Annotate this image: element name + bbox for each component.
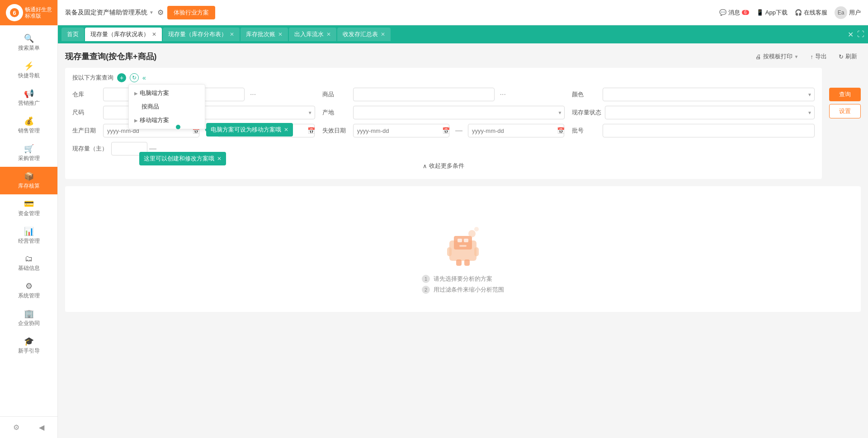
- arrow-left-button[interactable]: «: [142, 74, 146, 81]
- tabbar-actions: ✕ ⛶: [848, 30, 864, 39]
- printer-icon: 🖨: [755, 53, 761, 60]
- tab-inventory-distribution[interactable]: 现存量（库存分布表） ✕: [163, 28, 240, 41]
- topbar: 装备及固定资产辅助管理系统 ▼ ⚙ 体验行业方案 💬 消息 6 📱 App下载 …: [58, 0, 868, 25]
- sidebar-item-enterprise[interactable]: 🏢 企业协同: [0, 304, 57, 332]
- exp-date-end-input[interactable]: [468, 124, 564, 137]
- online-support-button[interactable]: 🎧 在线客服: [795, 9, 827, 17]
- tab-close-summary[interactable]: ✕: [381, 31, 385, 38]
- page-actions: 🖨 按模板打印 ▼ ↑ 导出 ↻ 刷新: [752, 51, 861, 62]
- sidebar-item-quick-nav[interactable]: ⚡ 快捷导航: [0, 57, 57, 84]
- settings-button[interactable]: ⚙: [13, 423, 19, 432]
- tab-batch-ledger[interactable]: 库存批次账 ✕: [241, 28, 288, 41]
- industry-plan-button[interactable]: 体验行业方案: [167, 6, 215, 19]
- tab-close-inventory-distribution[interactable]: ✕: [230, 31, 234, 38]
- exp-date-range-dash: —: [453, 127, 464, 135]
- base-info-icon: 🗂: [25, 254, 33, 264]
- tip-num-1: 1: [422, 275, 430, 283]
- color-label: 颜色: [572, 90, 599, 99]
- tooltip-create-close[interactable]: ✕: [217, 155, 222, 162]
- tooltip-desktop-close[interactable]: ✕: [284, 127, 288, 133]
- empty-state: 1 请先选择要分析的方案 2 用过滤条件来缩小分析范围: [65, 186, 861, 312]
- add-scheme-button[interactable]: +: [117, 73, 126, 82]
- exp-date-start-input[interactable]: [353, 124, 449, 137]
- exp-date-end-calendar-icon[interactable]: 📅: [557, 127, 565, 134]
- svg-rect-8: [474, 247, 479, 256]
- origin-label: 产地: [322, 108, 349, 117]
- empty-tip-1: 1 请先选择要分析的方案: [422, 275, 504, 283]
- svg-rect-10: [464, 259, 470, 266]
- system-selector[interactable]: 装备及固定资产辅助管理系统 ▼: [65, 9, 154, 17]
- stock-status-select[interactable]: [605, 106, 815, 119]
- expand-tabs-button[interactable]: ⛶: [857, 30, 864, 38]
- purchase-icon: 🛒: [24, 144, 34, 154]
- page-title: 现存量查询(按仓库+商品): [65, 51, 157, 62]
- sidebar-item-inventory[interactable]: 📦 库存核算: [0, 167, 57, 194]
- message-icon: 💬: [719, 9, 726, 16]
- sidebar-item-sales[interactable]: 💰 销售管理: [0, 112, 57, 139]
- filter-color-item: 颜色 ▼: [572, 88, 815, 101]
- app-download-button[interactable]: 📱 App下载: [756, 9, 788, 17]
- exp-date-label: 失效日期: [322, 127, 349, 135]
- svg-rect-6: [459, 245, 467, 247]
- avatar: Ea: [835, 6, 847, 19]
- user-avatar-button[interactable]: Ea 用户: [835, 6, 861, 19]
- search-button[interactable]: 查询: [829, 88, 861, 101]
- messages-button[interactable]: 💬 消息 6: [719, 9, 749, 17]
- export-icon: ↑: [811, 53, 814, 60]
- sidebar-item-base-info[interactable]: 🗂 基础信息: [0, 250, 57, 277]
- finance-icon: 💳: [24, 199, 34, 209]
- tab-inventory-status[interactable]: 现存量（库存状况表） ✕: [85, 28, 162, 41]
- svg-rect-3: [454, 236, 472, 250]
- tooltip-create: 这里可以创建和修改方案哦 ✕: [139, 152, 226, 165]
- tab-home[interactable]: 首页: [61, 28, 84, 41]
- print-button[interactable]: 🖨 按模板打印 ▼: [752, 51, 802, 62]
- batch-input[interactable]: [603, 124, 815, 137]
- prod-date-end-calendar-icon[interactable]: 📅: [307, 127, 315, 134]
- qty-label: 现存量（主）: [72, 145, 108, 153]
- sidebar-item-guide[interactable]: 🎓 新手引导: [0, 332, 57, 359]
- collapse-sidebar-button[interactable]: ◀: [39, 423, 44, 432]
- color-select-wrapper: ▼: [603, 88, 815, 101]
- app-logo-text: 畅通好生意 标准版: [25, 6, 52, 19]
- stock-status-label: 现存量状态: [572, 108, 601, 117]
- exp-date-calendar-icon[interactable]: 📅: [442, 127, 450, 134]
- warehouse-dots-button[interactable]: ···: [248, 90, 258, 99]
- filter-batch-item: 批号: [572, 124, 815, 137]
- refresh-scheme-button[interactable]: ↻: [130, 73, 139, 82]
- refresh-icon: ↻: [839, 53, 844, 60]
- collapse-up-icon: ∧: [423, 163, 427, 170]
- sales-icon: 💰: [24, 116, 34, 126]
- sidebar-item-marketing[interactable]: 📢 营销推广: [0, 84, 57, 112]
- tab-close-inventory-status[interactable]: ✕: [152, 31, 156, 38]
- export-button[interactable]: ↑ 导出: [807, 51, 831, 62]
- filter-right-buttons: 查询 设置: [829, 68, 861, 183]
- tree-item-desktop-goods[interactable]: 按商品: [129, 100, 205, 113]
- goods-dots-button[interactable]: ···: [498, 90, 508, 99]
- tab-close-in-out-flow[interactable]: ✕: [326, 31, 331, 38]
- tip-num-2: 2: [422, 286, 430, 294]
- refresh-button[interactable]: ↻ 刷新: [835, 51, 861, 62]
- chevron-print-icon: ▼: [794, 54, 799, 59]
- sidebar-item-search-menu[interactable]: 🔍 搜索菜单: [0, 29, 57, 57]
- origin-select[interactable]: [353, 106, 565, 119]
- tree-item-desktop[interactable]: ▶ 电脑端方案: [129, 86, 205, 100]
- sidebar-nav: 🔍 搜索菜单 ⚡ 快捷导航 📢 营销推广 💰 销售管理 🛒 采购管理 📦 库存核…: [0, 25, 57, 416]
- operations-icon: 📊: [24, 226, 34, 236]
- svg-rect-5: [464, 239, 468, 242]
- color-select[interactable]: [603, 88, 815, 101]
- tab-close-batch-ledger[interactable]: ✕: [278, 31, 283, 38]
- close-all-tabs-button[interactable]: ✕: [848, 30, 854, 39]
- tree-item-mobile[interactable]: ▶ 移动端方案: [129, 113, 205, 127]
- sidebar-item-operations[interactable]: 📊 经营管理: [0, 222, 57, 250]
- sidebar-item-purchase[interactable]: 🛒 采购管理: [0, 139, 57, 167]
- sidebar-item-finance[interactable]: 💳 资金管理: [0, 194, 57, 222]
- collapse-button[interactable]: ∧ 收起更多条件: [417, 160, 470, 172]
- reset-button[interactable]: 设置: [829, 104, 861, 118]
- sidebar-item-system[interactable]: ⚙ 系统管理: [0, 277, 57, 304]
- tab-in-out-flow[interactable]: 出入库流水 ✕: [289, 28, 336, 41]
- settings-gear-icon[interactable]: ⚙: [157, 8, 164, 17]
- filter-stock-status-item: 现存量状态 ▼: [572, 106, 815, 119]
- stock-status-select-wrapper: ▼: [605, 106, 815, 119]
- tab-summary[interactable]: 收发存汇总表 ✕: [337, 28, 391, 41]
- goods-input[interactable]: [353, 88, 495, 101]
